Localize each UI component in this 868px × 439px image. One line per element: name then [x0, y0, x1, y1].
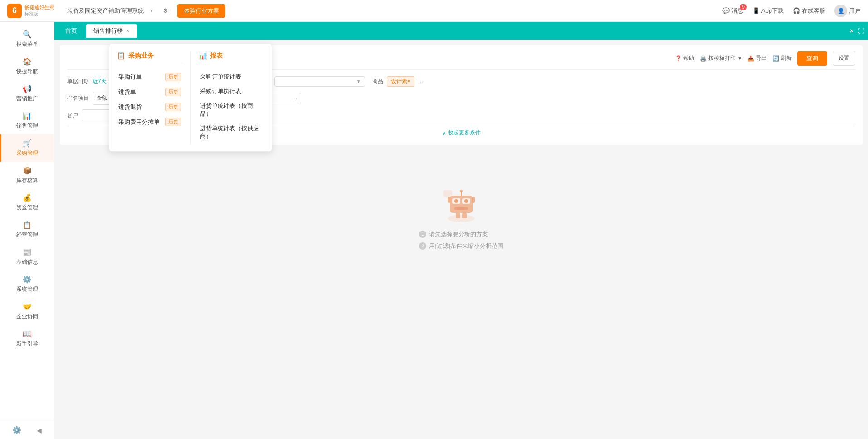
date-shortcut-7days[interactable]: 近7天 — [93, 78, 107, 85]
expense-label: 采购费用分摊单 — [118, 118, 160, 126]
sidebar-item-operation[interactable]: 📋 经营管理 — [0, 216, 54, 243]
purchase-report-title: 📊 报表 — [198, 51, 265, 64]
tab-bar: 首页 销售排行榜 ✕ ✕ ⛶ — [54, 22, 868, 40]
goods-tag[interactable]: 设计素× — [387, 76, 414, 87]
menu-item-inbound-stats-supplier[interactable]: 进货单统计表（按供应商） — [198, 121, 265, 144]
status-select[interactable]: ▼ — [274, 76, 365, 87]
empty-hint-1: 1 请先选择要分析的方案 — [419, 228, 503, 240]
app-download-action[interactable]: 📱 App下载 — [752, 7, 784, 15]
purchase-icon: 🛒 — [23, 139, 32, 148]
sidebar-item-enterprise[interactable]: 🤝 企业协同 — [0, 298, 54, 325]
sidebar-item-finance-label: 资金管理 — [16, 204, 38, 212]
settings-button[interactable]: 设置 — [833, 51, 855, 66]
print-dropdown-icon: ▼ — [737, 56, 742, 61]
order-stats-label: 采购订单统计表 — [200, 73, 241, 81]
sidebar-settings-btn[interactable]: ⚙️ — [12, 426, 21, 434]
logo-area: 6 畅捷通好生意 标准版 — [7, 4, 62, 18]
export-label: 导出 — [756, 54, 767, 62]
report-title-text: 报表 — [210, 52, 223, 60]
headset-icon: 🎧 — [793, 7, 800, 14]
purchase-order-history-badge: 历史 — [165, 73, 181, 81]
tab-expand-icon[interactable]: ⛶ — [858, 27, 864, 35]
business-title-text: 采购业务 — [128, 52, 154, 60]
sidebar-item-quick-nav[interactable]: 🏠 快捷导航 — [0, 53, 54, 80]
user-action[interactable]: 👤 用户 — [834, 5, 861, 17]
svg-rect-10 — [462, 213, 467, 218]
basic-icon: 📰 — [23, 248, 32, 256]
query-button[interactable]: 查询 — [797, 51, 827, 66]
sidebar-item-finance[interactable]: 💰 资金管理 — [0, 189, 54, 216]
sidebar: 🔍 搜索菜单 🏠 快捷导航 📢 营销推广 📊 销售管理 🛒 — [0, 22, 54, 439]
menu-item-inbound[interactable]: 进货单 历史 — [117, 84, 183, 99]
sidebar-nav: 🔍 搜索菜单 🏠 快捷导航 📢 营销推广 📊 销售管理 🛒 — [0, 22, 54, 421]
sidebar-item-marketing[interactable]: 📢 营销推广 — [0, 80, 54, 107]
app-download-label: App下载 — [761, 7, 784, 15]
sidebar-item-guide[interactable]: 📖 新手引导 — [0, 325, 54, 352]
message-badge: 9 — [740, 4, 747, 10]
tab-close-all-icon[interactable]: ✕ — [849, 27, 854, 35]
header-right: 💬 消息 9 📱 App下载 🎧 在线客服 👤 用户 — [722, 5, 861, 17]
sidebar-item-basic[interactable]: 📰 基础信息 — [0, 243, 54, 271]
operation-icon: 📋 — [23, 221, 32, 229]
industry-button[interactable]: 体验行业方案 — [177, 4, 225, 18]
sidebar-item-purchase[interactable]: 🛒 采购管理 — [0, 134, 54, 162]
purchase-dropdown-menu: 📋 采购业务 采购订单 历史 进货单 历史 进货退货 历史 — [109, 44, 272, 152]
logo-icon: 6 — [7, 4, 22, 18]
menu-item-inbound-stats-goods[interactable]: 进货单统计表（按商品） — [198, 99, 265, 121]
sidebar-item-marketing-label: 营销推广 — [16, 95, 38, 103]
rank-filter-label: 排名项目 — [67, 94, 89, 102]
hint2-num: 2 — [419, 242, 426, 250]
tab-sales-ranking[interactable]: 销售排行榜 ✕ — [86, 24, 137, 38]
order-exec-label: 采购订单执行表 — [200, 87, 241, 95]
svg-rect-6 — [454, 207, 468, 210]
system-title: 装备及固定资产辅助管理系统 — [67, 7, 144, 15]
online-service-action[interactable]: 🎧 在线客服 — [793, 7, 825, 15]
sidebar-item-inventory[interactable]: 📦 库存核算 — [0, 162, 54, 189]
print-btn[interactable]: 🖨️ 按模板打印 ▼ — [700, 54, 742, 62]
menu-item-expense[interactable]: 采购费用分摊单 历史 — [117, 114, 183, 129]
empty-text: 1 请先选择要分析的方案 2 用[过滤]条件来缩小分析范围 — [419, 228, 503, 252]
menu-item-purchase-order[interactable]: 采购订单 历史 — [117, 69, 183, 84]
content-area: 首页 销售排行榜 ✕ ✕ ⛶ ❓ — [54, 22, 868, 439]
sidebar-item-inventory-label: 库存核算 — [16, 177, 38, 184]
sidebar-item-sales-label: 销售管理 — [16, 122, 38, 130]
menu-divider — [190, 51, 191, 144]
tab-close-icon[interactable]: ✕ — [126, 28, 130, 34]
date-filter-label: 单据日期 — [67, 78, 89, 85]
goods-filter-group: 商品 设计素× ··· — [372, 76, 423, 87]
staff-dots[interactable]: ··· — [293, 95, 297, 102]
export-icon: 📤 — [747, 55, 754, 62]
header-settings-icon[interactable]: ⚙ — [159, 5, 172, 17]
help-label: 帮助 — [683, 54, 694, 62]
inbound-history-badge: 历史 — [165, 88, 181, 96]
menu-item-order-stats[interactable]: 采购订单统计表 — [198, 69, 265, 84]
refresh-btn[interactable]: 🔄 刷新 — [772, 54, 792, 62]
sidebar-item-search[interactable]: 🔍 搜索菜单 — [0, 25, 54, 53]
sidebar-item-sales[interactable]: 📊 销售管理 — [0, 107, 54, 134]
main-layout: 🔍 搜索菜单 🏠 快捷导航 📢 营销推广 📊 销售管理 🛒 — [0, 22, 868, 439]
phone-icon: 📱 — [752, 7, 760, 14]
export-btn[interactable]: 📤 导出 — [747, 54, 767, 62]
return-goods-history-badge: 历史 — [165, 103, 181, 111]
purchase-order-label: 采购订单 — [118, 73, 142, 81]
help-icon: ❓ — [675, 55, 682, 62]
message-action[interactable]: 💬 消息 9 — [722, 7, 743, 15]
svg-rect-11 — [443, 190, 452, 197]
system-dropdown-btn[interactable]: ▼ — [149, 8, 154, 13]
user-label: 用户 — [849, 7, 861, 15]
hint1-text: 请先选择要分析的方案 — [429, 228, 488, 240]
help-btn[interactable]: ❓ 帮助 — [675, 54, 694, 62]
sidebar-item-enterprise-label: 企业协同 — [16, 313, 38, 321]
svg-point-5 — [464, 199, 468, 203]
refresh-label: 刷新 — [781, 54, 792, 62]
goods-more-dots[interactable]: ··· — [418, 78, 423, 85]
menu-item-order-exec[interactable]: 采购订单执行表 — [198, 84, 265, 99]
sidebar-item-system[interactable]: ⚙️ 系统管理 — [0, 271, 54, 298]
hint1-num: 1 — [419, 231, 426, 238]
marketing-icon: 📢 — [23, 84, 32, 93]
inventory-icon: 📦 — [23, 166, 32, 175]
svg-point-4 — [454, 199, 458, 203]
menu-item-return-goods[interactable]: 进货退货 历史 — [117, 99, 183, 114]
sidebar-collapse-btn[interactable]: ◀ — [37, 427, 42, 434]
tab-home[interactable]: 首页 — [58, 24, 84, 38]
